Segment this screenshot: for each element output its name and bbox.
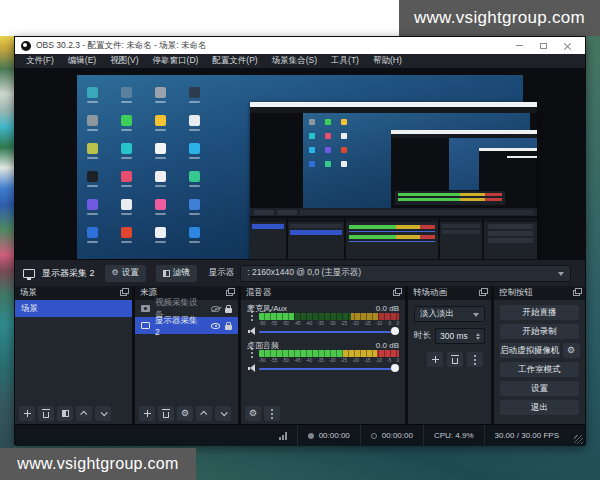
- transition-select[interactable]: 淡入淡出: [414, 306, 485, 322]
- menu-help[interactable]: 帮助(H): [366, 55, 409, 67]
- minimize-icon: [516, 45, 523, 46]
- popout-icon[interactable]: [393, 290, 400, 296]
- trash-icon: [452, 358, 458, 364]
- captured-obs-window-level2: [391, 130, 537, 208]
- window-controls: [507, 37, 579, 54]
- chevron-up-icon: [80, 411, 87, 418]
- scenes-toolbar: [15, 403, 132, 424]
- slider-handle[interactable]: [391, 327, 399, 335]
- fps-indicator: 30.00 / 30.00 FPS: [484, 425, 570, 446]
- add-source-button[interactable]: [139, 406, 155, 421]
- transition-menu-button[interactable]: [467, 352, 483, 367]
- menu-tools[interactable]: 工具(T): [324, 55, 366, 67]
- speaker-icon[interactable]: [248, 364, 256, 372]
- eye-icon[interactable]: [211, 323, 220, 329]
- popout-icon[interactable]: [120, 290, 127, 296]
- volume-slider[interactable]: [259, 327, 399, 336]
- display-select-value: : 2160x1440 @ 0,0 (主显示器): [247, 267, 361, 279]
- move-source-down-button[interactable]: [215, 406, 231, 421]
- filter-icon: [62, 410, 69, 417]
- display-label: 显示器: [209, 267, 235, 279]
- chevron-down-icon: [473, 313, 479, 320]
- display-select[interactable]: : 2160x1440 @ 0,0 (主显示器): [240, 265, 571, 282]
- virtual-camera-config-button[interactable]: ⚙: [563, 343, 580, 358]
- advanced-audio-button[interactable]: ⚙: [245, 406, 261, 421]
- volume-meter: [259, 350, 399, 357]
- monitor-icon: [141, 322, 150, 329]
- duration-spinner[interactable]: 300 ms: [435, 328, 485, 344]
- menu-edit[interactable]: 编辑(E): [61, 55, 103, 67]
- popout-icon[interactable]: [573, 290, 580, 296]
- studio-mode-button[interactable]: 工作室模式: [500, 362, 579, 377]
- remove-transition-button[interactable]: [447, 352, 463, 367]
- source-properties-button[interactable]: ⚙ 设置: [105, 265, 146, 282]
- source-filters-button[interactable]: 滤镜: [156, 265, 197, 282]
- menu-scene-collection[interactable]: 场景集合(S): [265, 55, 324, 67]
- speaker-icon[interactable]: [248, 327, 256, 335]
- spin-down-icon[interactable]: [476, 337, 480, 342]
- track-name: 桌面音频: [247, 340, 279, 351]
- mixer-track-desktop: 桌面音频 0.0 dB -60-55-50-45-40-35-30-25-20-…: [247, 340, 399, 373]
- monitor-icon: [23, 269, 35, 278]
- close-button[interactable]: [555, 37, 579, 54]
- dots-menu-icon[interactable]: [251, 315, 253, 317]
- mixer-toolbar: ⚙: [241, 403, 405, 424]
- dots-menu-icon[interactable]: [251, 352, 253, 354]
- obs-logo-icon: [21, 41, 31, 51]
- move-scene-up-button[interactable]: [76, 406, 92, 421]
- chevron-down-icon: [100, 409, 107, 416]
- resize-grip[interactable]: [574, 435, 583, 444]
- popout-icon[interactable]: [226, 290, 233, 296]
- start-recording-button[interactable]: 开始录制: [500, 324, 579, 339]
- lock-icon[interactable]: [225, 325, 232, 330]
- captured-obs-window-level3: [479, 148, 537, 190]
- menu-docks[interactable]: 停靠窗口(D): [146, 55, 206, 67]
- settings-button[interactable]: 设置: [500, 381, 579, 396]
- move-source-up-button[interactable]: [196, 406, 212, 421]
- chevron-down-icon: [220, 409, 227, 416]
- maximize-button[interactable]: [531, 37, 555, 54]
- maximize-icon: [540, 43, 547, 49]
- captured-dock-panels: [250, 216, 537, 259]
- minimize-button[interactable]: [507, 37, 531, 54]
- captured-obs-window-level1: [250, 102, 537, 259]
- scenes-panel: 场景 场景: [15, 286, 132, 424]
- captured-desktop: [77, 75, 523, 259]
- start-streaming-button[interactable]: 开始直播: [500, 305, 579, 320]
- eye-hidden-icon[interactable]: [211, 306, 220, 312]
- chevron-down-icon: [558, 272, 564, 279]
- stream-timer: 00:00:00: [297, 425, 360, 446]
- volume-slider[interactable]: [259, 364, 399, 373]
- start-virtual-camera-button[interactable]: 启动虚拟摄像机: [500, 343, 560, 358]
- menu-file[interactable]: 文件(F): [19, 55, 61, 67]
- scene-row[interactable]: 场景: [15, 300, 132, 317]
- menu-profile[interactable]: 配置文件(P): [205, 55, 264, 67]
- remove-scene-button[interactable]: [38, 406, 54, 421]
- slider-handle[interactable]: [391, 364, 399, 372]
- watermark-top: www.vsightgroup.com: [399, 0, 600, 36]
- remove-source-button[interactable]: [158, 406, 174, 421]
- mixer-menu-button[interactable]: [264, 406, 280, 421]
- exit-button[interactable]: 退出: [500, 400, 579, 415]
- track-db: 0.0 dB: [376, 304, 399, 313]
- source-row-display-capture[interactable]: 显示器采集 2: [135, 317, 238, 334]
- move-scene-down-button[interactable]: [95, 406, 111, 421]
- spin-up-icon[interactable]: [476, 331, 480, 336]
- selected-source-name: 显示器采集 2: [42, 267, 95, 280]
- track-db: 0.0 dB: [376, 341, 399, 350]
- add-scene-button[interactable]: [19, 406, 35, 421]
- scene-filters-button[interactable]: [57, 406, 73, 421]
- watermark-bottom-text: www.vsightgroup.com: [17, 455, 178, 473]
- duration-label: 时长: [414, 330, 431, 342]
- add-transition-button[interactable]: [427, 352, 443, 367]
- preview-canvas[interactable]: [15, 68, 585, 259]
- lock-icon[interactable]: [225, 308, 232, 313]
- title-bar[interactable]: OBS 30.2.3 - 配置文件: 未命名 - 场景: 未命名: [15, 37, 585, 54]
- menu-view[interactable]: 视图(V): [103, 55, 145, 67]
- captured-mixer-meters: [395, 191, 505, 205]
- captured-desktop-icons: [87, 87, 200, 238]
- mixer-panel-header: 混音器: [241, 286, 405, 300]
- source-properties-button[interactable]: ⚙: [177, 406, 193, 421]
- trash-icon: [43, 412, 49, 418]
- popout-icon[interactable]: [479, 290, 486, 296]
